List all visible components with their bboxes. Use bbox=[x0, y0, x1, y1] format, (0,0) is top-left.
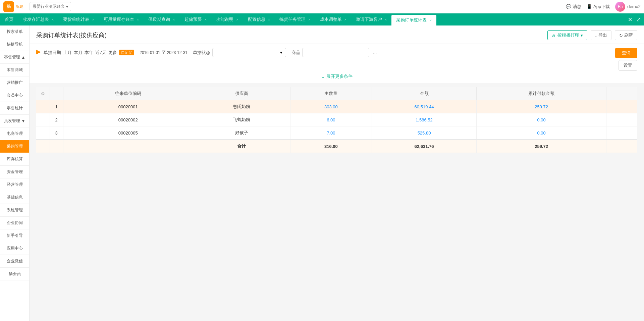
amount-link[interactable]: 525.80 bbox=[418, 130, 431, 136]
logo-text: 标题 bbox=[16, 4, 23, 9]
col-amount-header: 金额 bbox=[372, 87, 477, 100]
sidebar-item-retail-stats[interactable]: 零售统计 bbox=[0, 102, 29, 115]
tab-invite-downstream-close[interactable]: × bbox=[385, 17, 387, 21]
paid-link[interactable]: 259.72 bbox=[535, 104, 548, 109]
tab-pick-task-close[interactable]: × bbox=[308, 17, 310, 21]
sidebar-item-enterprise-collab[interactable]: 企业协同 bbox=[0, 217, 29, 229]
tab-invite-downstream-label: 邀请下游客户 bbox=[356, 16, 382, 22]
shortcut-last-month[interactable]: 上月 bbox=[63, 50, 72, 56]
sidebar-item-retail-mall[interactable]: 零售商城 bbox=[0, 64, 29, 76]
setting-button[interactable]: 设置 bbox=[619, 60, 637, 71]
sidebar-item-new-guide[interactable]: 新手引导 bbox=[0, 229, 29, 242]
content-area: 采购订单统计表(按供应商) 🖨 按模板打印 ▾ ↓ 导出 ↻ 刷新 bbox=[30, 25, 644, 321]
tab-available-stock-close[interactable]: × bbox=[137, 17, 139, 21]
sidebar-item-finance-mgmt[interactable]: 资金管理 bbox=[0, 166, 29, 178]
message-button[interactable]: 💬 消息 bbox=[566, 4, 581, 10]
amount-link[interactable]: 1,586.52 bbox=[416, 117, 433, 122]
user-area[interactable]: Ea demo2 bbox=[615, 2, 641, 12]
tab-cost-adjust[interactable]: 成本调整单 × bbox=[315, 13, 351, 25]
sidebar-item-member-vip[interactable]: 畅会员 bbox=[0, 268, 29, 280]
sidebar-item-retail-mgmt[interactable]: 零售管理 ▲ bbox=[0, 51, 29, 64]
shortcut-more[interactable]: 更多 bbox=[108, 50, 117, 56]
sidebar-basic-info-label: 基础信息 bbox=[7, 195, 23, 200]
sidebar-item-enterprise-wechat[interactable]: 企业微信 bbox=[0, 255, 29, 268]
shortcut-this-year[interactable]: 本年 bbox=[85, 50, 93, 56]
settings-icon[interactable]: ⚙ bbox=[41, 91, 45, 96]
tab-config-info[interactable]: 配置信息 × bbox=[243, 13, 275, 25]
message-icon: 💬 bbox=[566, 4, 571, 9]
sidebar-item-purchase-mgmt[interactable]: 采购管理 bbox=[0, 140, 29, 153]
footer-qty-cell: 316.00 bbox=[290, 140, 372, 153]
paid-link[interactable]: 0.00 bbox=[537, 130, 545, 136]
footer-settings-cell bbox=[36, 140, 50, 153]
sidebar-item-quick-nav[interactable]: 快捷导航 bbox=[0, 38, 29, 51]
shortcut-this-month[interactable]: 本月 bbox=[74, 50, 83, 56]
tab-home[interactable]: 首页 bbox=[0, 13, 18, 25]
sidebar-item-ecommerce[interactable]: 电商管理 bbox=[0, 127, 29, 140]
tab-receive-summary-close[interactable]: × bbox=[52, 17, 54, 21]
sidebar-item-app-center[interactable]: 应用中心 bbox=[0, 242, 29, 255]
qty-link[interactable]: 6.00 bbox=[327, 117, 335, 122]
sidebar-enterprise-collab-label: 企业协同 bbox=[7, 220, 23, 225]
date-separator: 至 bbox=[162, 50, 166, 55]
paid-link[interactable]: 0.00 bbox=[537, 117, 545, 122]
sidebar-item-stock-check[interactable]: 库存核算 bbox=[0, 153, 29, 166]
sidebar-system-mgmt-label: 系统管理 bbox=[7, 208, 23, 212]
tab-fullscreen-icon[interactable]: ⤢ bbox=[635, 16, 642, 23]
status-select[interactable]: ▾ bbox=[212, 48, 286, 57]
tab-overstock-warning[interactable]: 超储预警 × bbox=[180, 13, 211, 25]
sidebar-item-ops-mgmt[interactable]: 经营管理 bbox=[0, 178, 29, 191]
tab-config-info-close[interactable]: × bbox=[268, 17, 270, 21]
goods-input[interactable] bbox=[302, 48, 369, 57]
app-download-button[interactable]: 📱 App下载 bbox=[587, 4, 610, 10]
query-button[interactable]: 查询 bbox=[615, 48, 637, 58]
footer-label-cell bbox=[63, 140, 193, 153]
filter-status-item: 单据状态 ▾ bbox=[193, 48, 286, 57]
tab-order-summary-close[interactable]: × bbox=[92, 17, 94, 21]
expand-more-button[interactable]: ⌄ 展开更多条件 bbox=[321, 73, 353, 79]
row-extra bbox=[606, 126, 637, 140]
row-vendor-name: 飞鹤奶粉 bbox=[193, 113, 290, 126]
tab-function-desc-close[interactable]: × bbox=[236, 17, 238, 21]
tab-function-desc[interactable]: 功能说明 × bbox=[211, 13, 243, 25]
tab-purchase-summary[interactable]: 采购订单统计表 × bbox=[391, 15, 436, 25]
sidebar-item-marketing[interactable]: 营销推广 bbox=[0, 76, 29, 89]
print-button[interactable]: 🖨 按模板打印 ▾ bbox=[547, 30, 587, 40]
row-settings-cell bbox=[36, 100, 50, 113]
qty-link[interactable]: 7.00 bbox=[327, 130, 335, 136]
sidebar-item-basic-info[interactable]: 基础信息 bbox=[0, 191, 29, 204]
tab-receive-summary[interactable]: 收发存汇总表 × bbox=[18, 13, 58, 25]
tab-close-all-icon[interactable]: ✕ bbox=[627, 16, 634, 23]
filter-toggle-icon[interactable]: ▶ bbox=[36, 48, 41, 55]
export-button[interactable]: ↓ 导出 bbox=[591, 30, 612, 40]
footer-paid-cell: 259.72 bbox=[476, 140, 606, 153]
row-settings-cell bbox=[36, 126, 50, 140]
tab-overstock-warning-close[interactable]: × bbox=[205, 17, 207, 21]
tab-invite-downstream[interactable]: 邀请下游客户 × bbox=[351, 13, 391, 25]
tab-pick-task[interactable]: 拣货任务管理 × bbox=[275, 13, 315, 25]
tab-order-summary[interactable]: 要货单统计表 × bbox=[58, 13, 99, 25]
row-seq: 2 bbox=[50, 113, 63, 126]
sidebar-item-wholesale-mgmt[interactable]: 批发管理 ▼ bbox=[0, 115, 29, 127]
sidebar-finance-mgmt-label: 资金管理 bbox=[7, 169, 23, 174]
row-amount: 1,586.52 bbox=[372, 113, 477, 126]
tab-cost-adjust-close[interactable]: × bbox=[344, 17, 346, 21]
qty-link[interactable]: 303.00 bbox=[324, 104, 338, 109]
refresh-button[interactable]: ↻ 刷新 bbox=[615, 30, 637, 40]
refresh-icon: ↻ bbox=[619, 33, 623, 38]
workspace-selector[interactable]: 母婴行业演示账套 ▾ bbox=[30, 2, 71, 11]
goods-more-icon[interactable]: … bbox=[373, 50, 377, 55]
sidebar-item-member-center[interactable]: 会员中心 bbox=[0, 89, 29, 102]
sidebar-retail-mgmt-label: 零售管理 bbox=[4, 54, 20, 60]
shortcut-7days[interactable]: 近7天 bbox=[95, 50, 106, 56]
nav-tabs-controls: ✕ ⤢ bbox=[627, 16, 644, 23]
page-header: 采购订单统计表(按供应商) 🖨 按模板打印 ▾ ↓ 导出 ↻ 刷新 bbox=[30, 25, 644, 44]
amount-link[interactable]: 60,519.44 bbox=[415, 104, 434, 109]
tab-expiry-query-close[interactable]: × bbox=[173, 17, 175, 21]
tab-expiry-query[interactable]: 保质期查询 × bbox=[144, 13, 179, 25]
sidebar-item-system-mgmt[interactable]: 系统管理 bbox=[0, 204, 29, 217]
tab-available-stock[interactable]: 可用量库存账本 × bbox=[99, 13, 144, 25]
tab-purchase-summary-close[interactable]: × bbox=[429, 18, 431, 22]
sidebar-item-search[interactable]: 搜索菜单 bbox=[0, 25, 29, 38]
sidebar-retail-mall-label: 零售商城 bbox=[7, 67, 23, 72]
